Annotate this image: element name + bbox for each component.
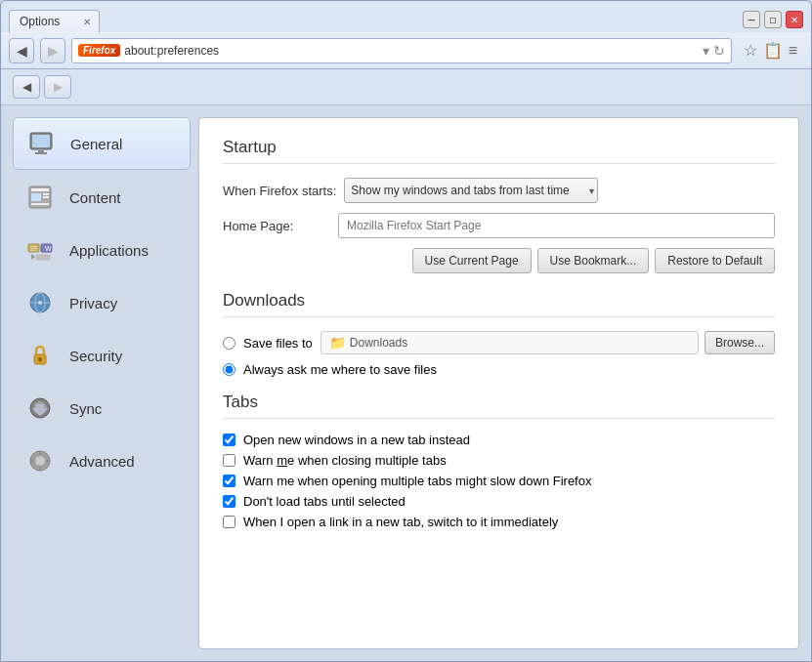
firefox-badge: Firefox <box>78 44 120 57</box>
warn-closing-label: Warn me when closing multiple tabs <box>243 453 447 468</box>
svg-rect-8 <box>43 196 49 198</box>
history-back-button[interactable]: ◀ <box>13 75 40 99</box>
content-panel: Startup When Firefox starts: Show my win… <box>198 117 799 649</box>
advanced-icon <box>24 445 56 476</box>
content-icon <box>24 182 56 213</box>
back-button[interactable]: ◀ <box>9 38 34 63</box>
sidebar-item-applications[interactable]: W Applications <box>13 225 191 275</box>
maximize-button[interactable]: □ <box>764 11 782 28</box>
star-icon[interactable]: ☆ <box>744 41 757 60</box>
tab-option-2: Warn me when opening multiple tabs might… <box>223 474 775 488</box>
save-files-to-label: Save files to <box>243 336 313 351</box>
history-forward-button[interactable]: ▶ <box>44 75 71 99</box>
browse-button[interactable]: Browse... <box>705 331 775 354</box>
sidebar-label-security: Security <box>69 348 122 364</box>
dont-load-label: Don't load tabs until selected <box>243 494 406 509</box>
open-new-windows-checkbox[interactable] <box>223 434 235 446</box>
restore-default-button[interactable]: Restore to Default <box>655 248 775 273</box>
homepage-input[interactable] <box>338 213 775 238</box>
window-controls: ─ □ ✕ <box>743 11 803 28</box>
save-files-to-row: Save files to 📁 Downloads Browse... <box>223 331 775 354</box>
address-bar[interactable]: Firefox about:preferences ▾ ↻ <box>71 38 732 63</box>
svg-rect-23 <box>40 359 41 362</box>
forward-arrow-icon: ▶ <box>48 43 59 59</box>
security-icon <box>24 340 56 371</box>
sidebar-item-content[interactable]: Content <box>13 172 191 223</box>
svg-text:W: W <box>45 245 52 252</box>
sidebar-item-security[interactable]: Security <box>13 330 191 381</box>
always-ask-radio[interactable] <box>223 363 235 376</box>
tabs-title: Tabs <box>223 393 775 419</box>
svg-point-20 <box>38 301 42 305</box>
downloads-title: Downloads <box>223 291 775 317</box>
forward-button[interactable]: ▶ <box>40 38 65 63</box>
download-path-container: 📁 Downloads Browse... <box>321 331 775 354</box>
warn-opening-label: Warn me when opening multiple tabs might… <box>243 474 591 488</box>
sidebar-item-general[interactable]: General <box>13 117 191 170</box>
startup-section: Startup When Firefox starts: Show my win… <box>223 138 775 273</box>
tabs-section: Tabs Open new windows in a new tab inste… <box>223 393 775 529</box>
svg-rect-5 <box>31 188 49 191</box>
svg-rect-6 <box>31 193 41 201</box>
warn-closing-checkbox[interactable] <box>223 454 235 467</box>
sidebar-label-sync: Sync <box>69 400 102 417</box>
homepage-row: Home Page: <box>223 213 775 238</box>
download-path-display: 📁 Downloads <box>321 331 699 354</box>
dont-load-checkbox[interactable] <box>223 495 235 508</box>
svg-point-27 <box>35 456 45 466</box>
maximize-icon: □ <box>770 15 776 25</box>
startup-buttons-row: Use Current Page Use Bookmark... Restore… <box>223 248 775 273</box>
tabs-options-list: Open new windows in a new tab instead Wa… <box>223 433 775 529</box>
main-content: General Content <box>1 105 811 661</box>
svg-rect-9 <box>31 203 49 205</box>
use-bookmark-button[interactable]: Use Bookmark... <box>537 248 650 273</box>
startup-select[interactable]: Show my windows and tabs from last time <box>344 178 598 203</box>
startup-select-wrapper: Show my windows and tabs from last time … <box>344 178 598 203</box>
folder-icon: 📁 <box>329 335 346 351</box>
sidebar-label-general: General <box>70 136 122 152</box>
minimize-button[interactable]: ─ <box>743 11 760 28</box>
sidebar-item-privacy[interactable]: Privacy <box>13 277 191 328</box>
svg-rect-12 <box>30 248 37 249</box>
sidebar-item-advanced[interactable]: Advanced <box>13 435 191 486</box>
sidebar-label-applications: Applications <box>69 242 149 259</box>
svg-rect-3 <box>35 152 47 154</box>
close-button[interactable]: ✕ <box>786 11 803 28</box>
sync-icon <box>24 393 56 424</box>
startup-title: Startup <box>223 138 775 164</box>
browser-tab[interactable]: Options ✕ <box>9 10 100 33</box>
toolbar-icons: ☆ 📋 ≡ <box>738 41 803 60</box>
always-ask-row: Always ask me where to save files <box>223 362 775 377</box>
down-arrow-icon: ▾ <box>703 43 709 59</box>
privacy-icon <box>24 287 56 318</box>
open-new-windows-label: Open new windows in a new tab instead <box>243 433 470 447</box>
tab-close-icon[interactable]: ✕ <box>83 17 91 27</box>
warn-opening-checkbox[interactable] <box>223 475 235 487</box>
svg-rect-11 <box>30 246 37 247</box>
startup-row: When Firefox starts: Show my windows and… <box>223 178 775 203</box>
tab-option-3: Don't load tabs until selected <box>223 494 775 509</box>
address-text: about:preferences <box>124 44 698 58</box>
tab-option-4: When I open a link in a new tab, switch … <box>223 515 775 529</box>
when-firefox-starts-label: When Firefox starts: <box>223 184 336 198</box>
navigation-bar: ◀ ▶ Firefox about:preferences ▾ ↻ ☆ 📋 ≡ <box>1 32 811 69</box>
title-bar: Options ✕ ─ □ ✕ <box>1 1 811 32</box>
save-files-to-radio[interactable] <box>223 337 235 350</box>
switch-new-tab-checkbox[interactable] <box>223 516 235 528</box>
minimize-icon: ─ <box>748 15 754 25</box>
menu-icon[interactable]: ≡ <box>789 42 797 60</box>
sidebar-label-advanced: Advanced <box>69 453 135 470</box>
back-arrow-icon: ◀ <box>17 43 27 59</box>
bookmark-icon[interactable]: 📋 <box>763 41 783 60</box>
downloads-section: Downloads Save files to 📁 Downloads Brow… <box>223 291 775 377</box>
always-ask-label: Always ask me where to save files <box>243 362 437 377</box>
sidebar-item-sync[interactable]: Sync <box>13 383 191 434</box>
history-forward-icon: ▶ <box>54 80 63 94</box>
svg-rect-13 <box>30 250 35 251</box>
tab-option-1: Warn me when closing multiple tabs <box>223 453 775 468</box>
sidebar-label-privacy: Privacy <box>69 295 117 311</box>
home-page-label: Home Page: <box>223 219 330 233</box>
use-current-page-button[interactable]: Use Current Page <box>412 248 532 273</box>
refresh-icon[interactable]: ↻ <box>713 43 725 59</box>
svg-rect-7 <box>43 193 49 195</box>
